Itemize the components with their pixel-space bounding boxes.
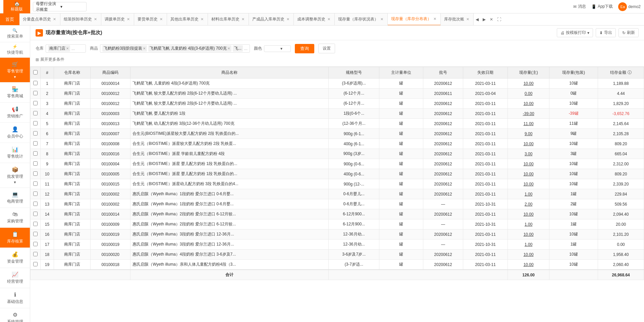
sidebar-item-零售商城[interactable]: 🏪 零售商城 (0, 83, 30, 103)
tab-close-icon[interactable]: ✕ (286, 17, 290, 22)
cell-qty-main[interactable]: -39.00 (508, 109, 549, 119)
tab-close-icon[interactable]: ✕ (380, 17, 384, 22)
remove-tag-icon[interactable]: ✕ (227, 47, 230, 50)
cell-checkbox[interactable] (31, 189, 41, 199)
tab-maximize[interactable]: ⛶ (495, 17, 503, 22)
logo[interactable]: 🏠 标题版 (3, 0, 30, 13)
color-select[interactable]: ▾ (264, 45, 291, 52)
cell-checkbox[interactable] (31, 159, 41, 169)
cell-checkbox[interactable] (31, 239, 41, 250)
sidebar-item-批发管理[interactable]: 📦 批发管理 ▼ (0, 163, 30, 188)
cell-qty-main[interactable]: 10.00 (508, 99, 549, 109)
cell-checkbox[interactable] (31, 99, 41, 109)
export-button[interactable]: ⬇ 导出 (596, 28, 616, 37)
collapse-button[interactable]: ▶ (36, 29, 43, 37)
workspace-select[interactable]: 母婴行业演示账套 ▾ (33, 2, 87, 11)
cell-qty-main[interactable]: 10.00 (508, 260, 549, 270)
tab-close-icon[interactable]: ✕ (200, 17, 204, 22)
cell-qty-main[interactable]: 9.00 (508, 129, 549, 139)
tab-调拨单历史[interactable]: 调拨单历史 ✕ (101, 13, 134, 25)
tab-分量盘点单历史[interactable]: 分量盘点单历史 ✕ (19, 13, 60, 25)
cell-checkbox[interactable] (31, 119, 41, 129)
cell-qty-main[interactable]: 1.00 (508, 189, 549, 199)
cell-qty-main[interactable]: 3.00 (508, 149, 549, 159)
cell-qty-main[interactable]: 10.00 (508, 250, 549, 260)
tab-其他出库单历史[interactable]: 其他出库单历史 ✕ (167, 13, 208, 25)
remove-tag-icon[interactable]: ✕ (143, 47, 146, 50)
messages-button[interactable]: ✉ 消息 (573, 4, 586, 9)
cell-qty-main[interactable]: 11.00 (508, 119, 549, 129)
sidebar-item-会员中心[interactable]: 👤 会员中心 (0, 123, 30, 143)
tab-成本调整单历史[interactable]: 成本调整单历史 ✕ (294, 13, 335, 25)
tab-close-icon[interactable]: ✕ (126, 17, 130, 22)
tab-close-all[interactable]: ✕ (488, 17, 495, 22)
tab-home[interactable]: 首页 (0, 13, 19, 25)
cell-qty-main[interactable]: 1.00 (508, 239, 549, 250)
tab-现存量库存状况表[interactable]: 现存量（库存状况表） ✕ (335, 13, 388, 25)
tab-close-icon[interactable]: ✕ (93, 17, 98, 22)
cell-checkbox[interactable] (31, 179, 41, 189)
user-avatar-area[interactable]: Ea demo2 (618, 2, 641, 11)
cell-qty-main[interactable]: 10.00 (508, 78, 549, 89)
tab-库存批次账[interactable]: 库存批次账 ✕ (441, 13, 474, 25)
cell-checkbox[interactable] (31, 260, 41, 270)
expand-more-button[interactable]: ⊞ 展开更多条件 (36, 56, 639, 63)
cell-checkbox[interactable] (31, 229, 41, 239)
print-button[interactable]: 🖨 按模板打印 ▾ (557, 28, 593, 37)
sidebar-item-零售统计[interactable]: 📊 零售统计 (0, 143, 30, 163)
cell-qty-main[interactable]: 10.00 (508, 139, 549, 149)
sidebar-item-系统管理[interactable]: ⚙ 系统管理 (0, 308, 30, 322)
cell-checkbox[interactable] (31, 139, 41, 149)
sidebar-item-经营管理[interactable]: 📈 经营管理 (0, 268, 30, 288)
sidebar-item-库存核算[interactable]: 📋 库存核算 (0, 228, 30, 248)
sidebar-item-基础信息[interactable]: ℹ 基础信息 (0, 288, 30, 308)
tab-nav-next[interactable]: ▶ (481, 17, 488, 22)
tab-组装拆卸单历史[interactable]: 组装拆卸单历史 ✕ (60, 13, 101, 25)
cell-qty-main[interactable]: 1.00 (508, 219, 549, 229)
tab-close-icon[interactable]: ✕ (466, 17, 470, 22)
tab-nav-prev[interactable]: ◀ (474, 17, 481, 22)
cell-checkbox[interactable] (31, 250, 41, 260)
cell-checkbox[interactable] (31, 199, 41, 209)
sidebar-search[interactable]: 🔍 搜索菜单 (0, 25, 30, 42)
cell-checkbox[interactable] (31, 209, 41, 219)
sidebar-item-资金管理[interactable]: 💰 资金管理 (0, 248, 30, 268)
tab-close-icon[interactable]: ✕ (327, 17, 331, 22)
cell-checkbox[interactable] (31, 129, 41, 139)
select-all-checkbox[interactable] (33, 70, 38, 74)
cell-qty-main[interactable]: 2.00 (508, 199, 549, 209)
cell-checkbox[interactable] (31, 78, 41, 89)
refresh-button[interactable]: ↻ 刷新 (619, 28, 639, 37)
cell-qty-main[interactable]: 10.00 (508, 159, 549, 169)
more-tags-icon[interactable]: ... (71, 46, 75, 51)
sidebar-item-零售管理[interactable]: 🛒 零售管理 ▼ (0, 58, 30, 83)
cell-qty-main[interactable]: 10.00 (508, 179, 549, 189)
cell-checkbox[interactable] (31, 169, 41, 179)
col-checkbox[interactable] (31, 67, 41, 78)
more-goods-icon[interactable]: ... (244, 46, 248, 51)
app-download-button[interactable]: 📱 App下载 (591, 4, 613, 9)
tab-产成品入库单历史[interactable]: 产成品入库单历史 ✕ (249, 13, 294, 25)
remove-tag-icon[interactable]: ✕ (66, 47, 69, 50)
tab-要货单历史[interactable]: 要货单历史 ✕ (134, 13, 167, 25)
cell-checkbox[interactable] (31, 109, 41, 119)
settings-button[interactable]: 设置 (318, 44, 335, 53)
sidebar-item-电商管理[interactable]: 💻 电商管理 (0, 188, 30, 208)
cell-qty-main[interactable]: 0.00 (508, 89, 549, 99)
warehouse-filter[interactable]: 南库门店 ✕ ... (46, 44, 86, 53)
sidebar-item-营销推广[interactable]: 📢 营销推广 (0, 103, 30, 123)
tab-close-icon[interactable]: ✕ (433, 16, 437, 21)
tab-close-icon[interactable]: ✕ (159, 17, 163, 22)
cell-checkbox[interactable] (31, 89, 41, 99)
cell-checkbox[interactable] (31, 149, 41, 159)
cell-checkbox[interactable] (31, 219, 41, 229)
sidebar-item-采购管理[interactable]: 🛍 采购管理 (0, 208, 30, 228)
cell-qty-main[interactable]: 10.00 (508, 169, 549, 179)
tab-材料出库单历史[interactable]: 材料出库单历史 ✕ (208, 13, 249, 25)
tab-close-icon[interactable]: ✕ (52, 17, 57, 22)
goods-filter[interactable]: 飞鹤奶粉3段阶段提装 ✕ 飞鹤星飞帆 儿童奶粉 4段(3-6岁适用) 700克 … (100, 44, 250, 53)
search-button[interactable]: 查询 (295, 44, 314, 53)
cell-qty-main[interactable]: 10.00 (508, 229, 549, 239)
tab-现存量库存分布表[interactable]: 现存量（库存分布表） ✕ (388, 13, 441, 25)
cell-qty-main[interactable]: 10.00 (508, 209, 549, 219)
